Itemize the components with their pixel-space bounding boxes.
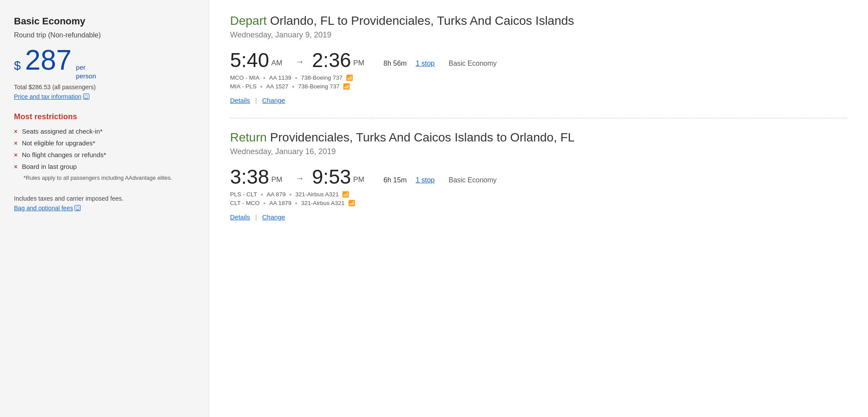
arrow-icon: →	[295, 57, 304, 70]
external-link-icon: ⬡	[83, 94, 89, 100]
dot-sep: ●	[292, 84, 295, 89]
segment-aircraft: 738-Boeing 737	[298, 83, 339, 90]
segment-2: MIA - PLS ● AA 1527 ● 738-Boeing 737 📶	[230, 83, 847, 90]
right-panel: Depart Orlando, FL to Providenciales, Tu…	[209, 0, 868, 417]
rules-note: *Rules apply to all passengers including…	[14, 175, 195, 181]
restrictions-title: Most restrictions	[14, 112, 195, 121]
restriction-item: × Seats assigned at check-in*	[14, 128, 195, 135]
return-change-link[interactable]: Change	[262, 213, 285, 221]
restriction-item: × No flight changes or refunds*	[14, 151, 195, 158]
return-segment-2: CLT - MCO ● AA 1879 ● 321-Airbus A321 📶	[230, 200, 847, 206]
dot-sep: ●	[261, 192, 263, 197]
depart-times-row: 5:40 AM → 2:36 PM 8h 56m 1 stop Basic Ec…	[230, 50, 847, 70]
restriction-text: No flight changes or refunds*	[22, 151, 106, 158]
bag-fees-link[interactable]: Bag and optional fees ⬡	[14, 205, 195, 212]
price-per-person: perperson	[76, 63, 96, 80]
return-times-row: 3:38 PM → 9:53 PM 6h 15m 1 stop Basic Ec…	[230, 167, 847, 187]
return-word: Return	[230, 131, 267, 144]
external-link-icon-bag: ⬡	[75, 205, 81, 211]
price-amount: 287	[25, 46, 72, 74]
arrive-ampm: PM	[353, 59, 365, 70]
left-panel: Basic Economy Round trip (Non-refundable…	[0, 0, 209, 417]
x-icon: ×	[14, 163, 17, 170]
segment-route: PLS - CLT	[230, 191, 257, 198]
arrive-time: 2:36	[312, 50, 351, 70]
duration-stop-block: 8h 56m 1 stop	[383, 60, 434, 70]
return-date: Wednesday, January 16, 2019	[230, 147, 847, 156]
restriction-item: × Board in last group	[14, 163, 195, 170]
segment-flight: AA 879	[267, 191, 286, 198]
segment-route: MCO - MIA	[230, 74, 260, 81]
spacer	[230, 235, 847, 261]
wifi-icon: 📶	[342, 191, 349, 198]
return-duration-stop-block: 6h 15m 1 stop	[383, 176, 434, 187]
dot-sep: ●	[260, 84, 263, 89]
return-arrive-time: 9:53	[312, 167, 351, 187]
return-heading: Return Providenciales, Turks And Caicos …	[230, 131, 847, 145]
segment-aircraft: 321-Airbus A321	[295, 191, 339, 198]
depart-route: Orlando, FL to Providenciales, Turks And…	[270, 14, 574, 27]
dot-sep: ●	[295, 75, 298, 80]
depart-date: Wednesday, January 9, 2019	[230, 30, 847, 40]
segment-aircraft: 321-Airbus A321	[301, 200, 345, 206]
restriction-text: Seats assigned at check-in*	[22, 128, 102, 135]
segment-route: MIA - PLS	[230, 83, 257, 90]
return-section: Return Providenciales, Turks And Caicos …	[230, 118, 847, 221]
depart-ampm: AM	[271, 59, 283, 70]
wifi-icon: 📶	[348, 200, 355, 206]
return-depart-time: 3:38	[230, 167, 269, 187]
return-stops-link[interactable]: 1 stop	[416, 176, 435, 184]
return-duration-text: 6h 15m	[383, 176, 407, 184]
stops-link[interactable]: 1 stop	[416, 60, 435, 67]
depart-heading: Depart Orlando, FL to Providenciales, Tu…	[230, 14, 847, 28]
return-depart-ampm: PM	[271, 175, 283, 187]
depart-word: Depart	[230, 14, 267, 27]
wifi-icon: 📶	[343, 83, 350, 90]
segment-route: CLT - MCO	[230, 200, 260, 206]
price-row: $ 287 perperson	[14, 46, 195, 80]
segment-1: MCO - MIA ● AA 1139 ● 738-Boeing 737 📶	[230, 74, 847, 81]
round-trip-label: Round trip (Non-refundable)	[14, 31, 195, 39]
fees-note: Includes taxes and carrier imposed fees.	[14, 195, 195, 202]
depart-details-row: Details | Change	[230, 97, 847, 104]
x-icon: ×	[14, 140, 17, 147]
duration-text: 8h 56m	[383, 60, 407, 67]
return-details-link[interactable]: Details	[230, 213, 250, 221]
restriction-item: × Not eligible for upgrades*	[14, 139, 195, 147]
restriction-list: × Seats assigned at check-in* × Not elig…	[14, 128, 195, 170]
wifi-icon: 📶	[346, 74, 353, 81]
dot-sep: ●	[289, 192, 292, 197]
pipe-separator: |	[255, 97, 257, 104]
return-route: Providenciales, Turks And Caicos Islands…	[270, 131, 575, 144]
dot-sep: ●	[263, 201, 266, 205]
price-tax-link[interactable]: Price and tax information ⬡	[14, 93, 195, 100]
segment-flight: AA 1527	[266, 83, 288, 90]
return-details-row: Details | Change	[230, 213, 847, 221]
depart-section: Depart Orlando, FL to Providenciales, Tu…	[230, 14, 847, 104]
dot-sep: ●	[295, 201, 298, 205]
panel-title: Basic Economy	[14, 16, 195, 27]
depart-time: 5:40	[230, 50, 269, 70]
depart-details-link[interactable]: Details	[230, 97, 250, 104]
x-icon: ×	[14, 151, 17, 158]
x-icon: ×	[14, 128, 17, 135]
depart-change-link[interactable]: Change	[262, 97, 285, 104]
return-arrive-ampm: PM	[353, 175, 365, 187]
pipe-separator: |	[255, 213, 257, 221]
segment-flight: AA 1139	[269, 74, 292, 81]
segment-flight: AA 1879	[269, 200, 292, 206]
price-dollar-sign: $	[14, 59, 21, 73]
arrow-icon: →	[295, 173, 304, 187]
return-cabin-class: Basic Economy	[448, 176, 496, 187]
segment-aircraft: 738-Boeing 737	[301, 74, 342, 81]
cabin-class: Basic Economy	[448, 60, 496, 70]
total-price: Total $286.53 (all passengers)	[14, 84, 195, 91]
return-segment-1: PLS - CLT ● AA 879 ● 321-Airbus A321 📶	[230, 191, 847, 198]
dot-sep: ●	[263, 75, 266, 80]
restriction-text: Not eligible for upgrades*	[22, 139, 95, 147]
restriction-text: Board in last group	[22, 163, 77, 170]
